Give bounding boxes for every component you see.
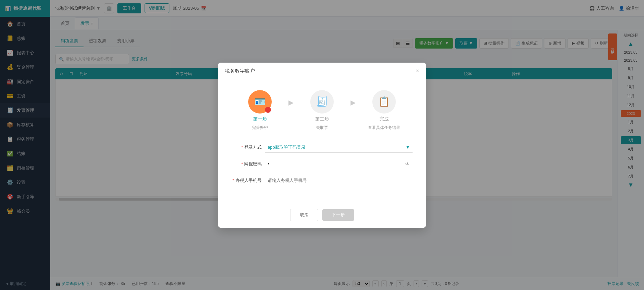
- dialog-close-btn[interactable]: ×: [416, 68, 419, 74]
- password-input[interactable]: [268, 161, 405, 166]
- login-method-arrow: ▼: [406, 145, 410, 150]
- step3-label: 完成: [379, 116, 389, 122]
- tax-digital-account-dialog: 税务数字账户 × 🪪 ! 第一步 完善账密 ▶: [218, 63, 426, 228]
- modal-overlay: 税务数字账户 × 🪪 ! 第一步 完善账密 ▶: [0, 0, 644, 290]
- step-arrow-2: ▶: [351, 98, 356, 106]
- step-1: 🪪 ! 第一步 完善账密: [231, 90, 288, 131]
- cancel-button[interactable]: 取消: [290, 209, 318, 221]
- step2-desc: 去取票: [316, 125, 328, 131]
- step1-label: 第一步: [253, 116, 267, 122]
- step1-icon-wrap: 🪪 !: [248, 90, 272, 114]
- step3-icon-wrap: 📋: [372, 90, 396, 114]
- form-row-login-method: 登录方式 app获取验证码登录 ▼: [231, 142, 413, 153]
- dialog-body: 🪪 ! 第一步 完善账密 ▶ 🧾 第二步 去取票: [218, 80, 426, 202]
- dialog-title: 税务数字账户: [225, 68, 255, 74]
- step3-desc: 查看具体任务结果: [368, 125, 400, 131]
- next-button[interactable]: 下一步: [322, 209, 354, 221]
- step1-badge-text: !: [267, 108, 269, 112]
- step-2: 🧾 第二步 去取票: [293, 90, 351, 131]
- step1-desc: 完善账密: [252, 125, 268, 131]
- step2-icon: 🧾: [316, 96, 328, 107]
- step-3: 📋 完成 查看具体任务结果: [356, 90, 413, 131]
- step2-label: 第二步: [315, 116, 329, 122]
- login-method-select[interactable]: app获取验证码登录 ▼: [265, 142, 413, 153]
- phone-label: 办税人手机号: [231, 177, 262, 184]
- step1-badge: !: [265, 107, 271, 113]
- form-row-password: 网报密码 👁: [231, 159, 413, 169]
- step2-icon-wrap: 🧾: [310, 90, 334, 114]
- step-arrow-1: ▶: [288, 98, 293, 106]
- form-row-phone: 办税人手机号: [231, 176, 413, 185]
- phone-input[interactable]: [265, 176, 413, 185]
- steps: 🪪 ! 第一步 完善账密 ▶ 🧾 第二步 去取票: [231, 90, 413, 131]
- login-method-value: app获取验证码登录: [268, 144, 306, 150]
- step1-icon: 🪪: [254, 96, 266, 107]
- dialog-header: 税务数字账户 ×: [218, 63, 426, 80]
- password-label: 网报密码: [231, 161, 262, 167]
- toggle-password-icon[interactable]: 👁: [405, 161, 410, 167]
- dialog-footer: 取消 下一步: [218, 202, 426, 228]
- step3-icon: 📋: [378, 96, 390, 107]
- password-field-wrap: 👁: [265, 159, 413, 169]
- login-method-label: 登录方式: [231, 144, 262, 150]
